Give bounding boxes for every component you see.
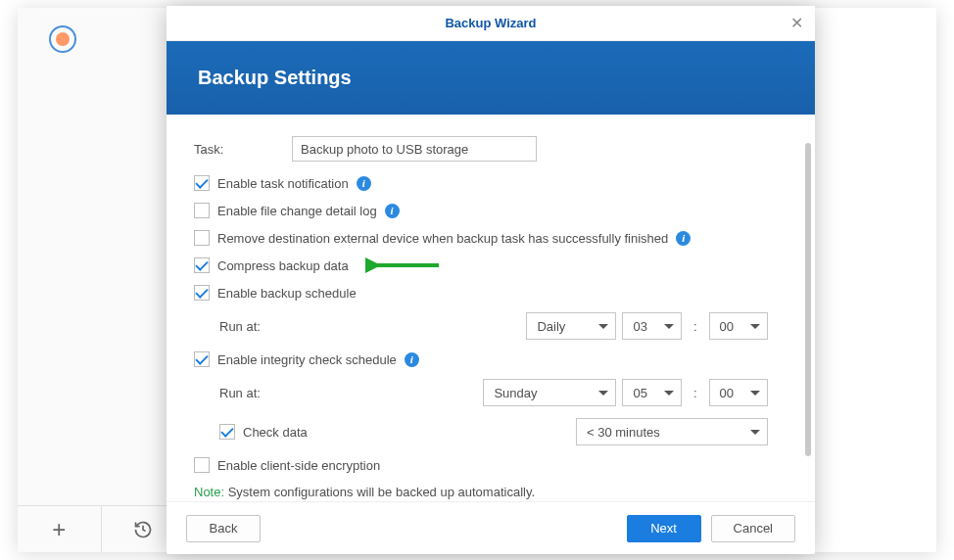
dialog-titlebar: Backup Wizard ✕ <box>167 6 815 41</box>
time-separator: : <box>693 319 697 334</box>
compress-row: Compress backup data <box>194 257 787 273</box>
note-label: Note: <box>194 485 224 499</box>
dialog-body: Task: Enable task notification i Enable … <box>167 115 815 501</box>
chevron-down-icon <box>657 391 681 396</box>
note-row: Note: System configurations will be back… <box>194 485 787 499</box>
check-data-row: Check data < 30 minutes <box>194 418 787 445</box>
page-title: Backup Settings <box>198 67 784 89</box>
remove-device-checkbox[interactable] <box>194 230 210 246</box>
note-text: System configurations will be backed up … <box>224 485 535 499</box>
integrity-row: Enable integrity check schedule i <box>194 351 787 367</box>
dialog-header: Backup Settings <box>167 41 815 115</box>
encryption-row: Enable client-side encryption <box>194 457 787 473</box>
scrollbar[interactable] <box>805 143 811 495</box>
task-row: Task: <box>194 136 787 162</box>
sidebar-bottom-toolbar: + <box>18 505 184 552</box>
info-icon[interactable]: i <box>357 176 371 191</box>
notification-row: Enable task notification i <box>194 175 787 191</box>
schedule-row: Enable backup schedule <box>194 285 787 301</box>
chevron-down-icon <box>743 324 767 329</box>
info-icon[interactable]: i <box>405 352 419 367</box>
run-at-label: Run at: <box>219 319 292 334</box>
app-logo-icon <box>49 25 76 53</box>
schedule-frequency-select[interactable]: Daily <box>526 312 616 340</box>
next-button[interactable]: Next <box>627 515 701 542</box>
check-data-checkbox[interactable] <box>219 424 235 440</box>
dialog-title: Backup Wizard <box>445 16 536 30</box>
app-sidebar: + <box>18 8 184 552</box>
filechange-row: Enable file change detail log i <box>194 203 787 218</box>
scrollbar-thumb[interactable] <box>805 143 811 456</box>
check-duration-select[interactable]: < 30 minutes <box>576 418 768 445</box>
integrity-day-select[interactable]: Sunday <box>483 379 616 406</box>
encryption-label: Enable client-side encryption <box>217 458 380 473</box>
schedule-minute-select[interactable]: 00 <box>709 312 768 340</box>
integrity-checkbox[interactable] <box>194 351 210 367</box>
chevron-down-icon <box>657 324 681 329</box>
integrity-time-row: Run at: Sunday 05 : 00 <box>194 379 787 406</box>
encryption-checkbox[interactable] <box>194 457 210 473</box>
integrity-hour-select[interactable]: 05 <box>622 379 681 406</box>
compress-checkbox[interactable] <box>194 257 210 273</box>
schedule-checkbox[interactable] <box>194 285 210 301</box>
dialog-footer: Back Next Cancel <box>167 501 815 554</box>
schedule-time-row: Run at: Daily 03 : 00 <box>194 312 787 340</box>
chevron-down-icon <box>743 430 767 435</box>
integrity-minute-select[interactable]: 00 <box>709 379 768 406</box>
info-icon[interactable]: i <box>385 204 400 218</box>
schedule-label: Enable backup schedule <box>217 286 357 301</box>
info-icon[interactable]: i <box>676 231 691 246</box>
integrity-label: Enable integrity check schedule <box>217 352 397 367</box>
schedule-hour-select[interactable]: 03 <box>622 312 681 340</box>
task-label: Task: <box>194 142 292 157</box>
remove-device-label: Remove destination external device when … <box>217 231 668 246</box>
close-icon[interactable]: ✕ <box>790 14 803 32</box>
filechange-label: Enable file change detail log <box>217 204 377 218</box>
back-button[interactable]: Back <box>186 515 261 542</box>
notification-label: Enable task notification <box>217 176 349 191</box>
check-data-label: Check data <box>243 425 308 440</box>
add-button[interactable]: + <box>18 506 102 552</box>
chevron-down-icon <box>743 391 767 396</box>
chevron-down-icon <box>592 324 615 329</box>
run-at-label: Run at: <box>219 386 292 400</box>
compress-label: Compress backup data <box>217 258 349 273</box>
backup-wizard-dialog: Backup Wizard ✕ Backup Settings Task: En… <box>167 6 815 554</box>
time-separator: : <box>693 386 697 400</box>
notification-checkbox[interactable] <box>194 175 210 191</box>
remove-device-row: Remove destination external device when … <box>194 230 787 246</box>
annotation-arrow <box>365 254 444 277</box>
cancel-button[interactable]: Cancel <box>711 515 795 542</box>
filechange-checkbox[interactable] <box>194 203 210 218</box>
task-name-input[interactable] <box>292 136 537 162</box>
chevron-down-icon <box>592 391 615 396</box>
